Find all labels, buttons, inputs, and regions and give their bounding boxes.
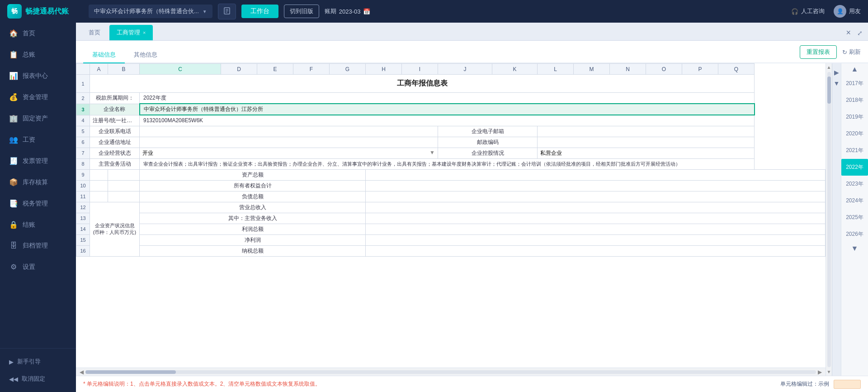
window-expand-button[interactable]: ⤢	[857, 29, 863, 37]
refresh-button[interactable]: ↻ 刷新	[842, 48, 861, 56]
year-scroll-down[interactable]: ▼	[841, 243, 868, 254]
year-item-2017[interactable]: 2017年	[841, 75, 868, 92]
tab-business-label: 工商管理	[117, 29, 140, 37]
sidebar-newbie[interactable]: ▶ 新手引导	[0, 353, 76, 370]
year-item-2025[interactable]: 2025年	[841, 209, 868, 226]
cell-5-phone[interactable]	[140, 126, 438, 137]
tab-close-icon[interactable]: ×	[143, 30, 146, 35]
year-item-2022[interactable]: 2022年	[841, 159, 868, 176]
col-header-l[interactable]: L	[538, 64, 574, 75]
app-logo: 畅 畅捷通易代账	[7, 4, 83, 19]
col-header-b[interactable]: B	[108, 64, 140, 75]
sidebar-item-archive[interactable]: 🗄 归档管理	[0, 235, 76, 256]
col-header-d[interactable]: D	[221, 64, 257, 75]
consult-button[interactable]: 🎧 人工咨询	[791, 7, 825, 15]
sidebar-item-fund[interactable]: 💰 资金管理	[0, 86, 76, 108]
sidebar-item-settings[interactable]: ⚙ 设置	[0, 256, 76, 277]
col-header-n[interactable]: N	[610, 64, 646, 75]
cell-2-value[interactable]: 2022年度	[140, 93, 755, 104]
col-header-f[interactable]: F	[293, 64, 330, 75]
calendar-icon[interactable]: 📅	[363, 8, 370, 15]
cell-13-value[interactable]	[366, 213, 826, 224]
workbench-button[interactable]: 工作台	[241, 5, 278, 18]
sidebar-item-wage[interactable]: 👥 工资	[0, 129, 76, 150]
cell-3-value[interactable]: 中审众环会计师事务所（特殊普通合伙）江苏分所	[140, 104, 755, 115]
user-menu[interactable]: 👤 用友	[834, 5, 861, 18]
cell-6-post[interactable]	[538, 137, 755, 148]
sidebar-item-inventory[interactable]: 📦 库存核算	[0, 172, 76, 193]
col-header-k[interactable]: K	[492, 64, 538, 75]
cell-5-email[interactable]	[538, 126, 755, 137]
year-item-2024[interactable]: 2024年	[841, 192, 868, 209]
cell-7-status[interactable]: 开业 ▼	[140, 148, 438, 158]
collapse-right-button[interactable]: ▶	[834, 67, 839, 78]
scroll-left-button[interactable]: ◀	[78, 369, 85, 375]
scroll-right-button[interactable]: ▶	[816, 369, 824, 375]
year-item-2019[interactable]: 2019年	[841, 109, 868, 125]
cell-7-control-value[interactable]: 私营企业	[538, 148, 755, 158]
footer: * 单元格编辑说明：1、点击单元格直接录入数值或文本。2、清空单元格数值或文本恢…	[76, 376, 868, 392]
cell-10-value[interactable]	[366, 180, 826, 191]
sidebar-item-ledger[interactable]: 📋 总账	[0, 44, 76, 65]
year-item-2026[interactable]: 2026年	[841, 226, 868, 243]
vertical-scrollbar[interactable]: ▲ ▼	[826, 63, 832, 376]
scroll-down-button[interactable]: ▼	[826, 368, 832, 376]
subtab-other[interactable]: 其他信息	[125, 47, 166, 63]
cell-11-value[interactable]	[366, 191, 826, 202]
cell-6-label: 企业通信地址	[90, 137, 140, 148]
v-scroll-track[interactable]	[827, 72, 831, 367]
col-header-c[interactable]: C	[140, 64, 221, 75]
cell-3-label: 企业名称	[90, 104, 140, 115]
horizontal-scrollbar[interactable]: ◀ ▶	[76, 368, 826, 376]
document-button[interactable]	[218, 4, 236, 19]
tab-home[interactable]: 首页	[81, 25, 108, 40]
sheet-scroll-area[interactable]: A B C D E F G H I J	[76, 63, 826, 368]
fund-icon: 💰	[9, 93, 18, 101]
col-header-i[interactable]: I	[402, 64, 438, 75]
col-header-m[interactable]: M	[574, 64, 610, 75]
subtab-basic[interactable]: 基础信息	[83, 47, 125, 63]
col-header-e[interactable]: E	[257, 64, 293, 75]
company-selector[interactable]: 中审众环会计师事务所（特殊普通合伙... ▼	[89, 5, 212, 18]
sidebar-item-invoice[interactable]: 🧾 发票管理	[0, 150, 76, 172]
scroll-track[interactable]	[85, 370, 816, 374]
col-header-p[interactable]: P	[682, 64, 718, 75]
row-num: 2	[76, 93, 90, 104]
window-close-button[interactable]: ×	[846, 28, 851, 38]
scroll-up-button[interactable]: ▲	[826, 63, 832, 71]
year-item-2021[interactable]: 2021年	[841, 142, 868, 159]
sidebar-item-tax[interactable]: 📑 税务管理	[0, 193, 76, 214]
cell-9-value[interactable]	[366, 169, 826, 180]
reset-button[interactable]: 重置报表	[800, 45, 837, 59]
sidebar-unpin[interactable]: ◀◀ 取消固定	[0, 370, 76, 387]
sidebar-item-asset[interactable]: 🏢 固定资产	[0, 108, 76, 129]
col-header-q[interactable]: Q	[718, 64, 755, 75]
cell-4-value[interactable]: 91320100MA208E5W6K	[140, 115, 755, 126]
sidebar-label-close: 结账	[23, 221, 35, 229]
cell-15-value[interactable]	[366, 234, 826, 245]
col-header-o[interactable]: O	[646, 64, 682, 75]
col-header-j[interactable]: J	[438, 64, 492, 75]
sidebar-item-close[interactable]: 🔒 结账	[0, 214, 76, 235]
cell-12-value[interactable]	[366, 202, 826, 213]
year-item-2023[interactable]: 2023年	[841, 176, 868, 192]
row-num: 15	[76, 234, 90, 245]
year-item-2020[interactable]: 2020年	[841, 125, 868, 142]
old-version-button[interactable]: 切到旧版	[284, 5, 319, 18]
row-num: 7	[76, 148, 90, 158]
col-header-a[interactable]: A	[90, 64, 108, 75]
sidebar-label-tax: 税务管理	[23, 200, 48, 208]
cell-14-value[interactable]	[366, 224, 826, 234]
sidebar-item-report[interactable]: 📊 报表中心	[0, 65, 76, 86]
year-item-2018[interactable]: 2018年	[841, 92, 868, 109]
tab-business[interactable]: 工商管理 ×	[109, 25, 153, 40]
cell-6-addr[interactable]	[140, 137, 438, 148]
home-icon: 🏠	[9, 29, 18, 38]
sidebar-item-home[interactable]: 🏠 首页	[0, 23, 76, 44]
col-header-g[interactable]: G	[330, 64, 366, 75]
expand-right-button[interactable]: ▼	[834, 78, 840, 89]
year-scroll-up[interactable]: ▲	[841, 63, 868, 75]
cell-8-value[interactable]: 审查企业会计报表；出具审计报告；验证企业资本；出具验资报告；办理企业合并、分立、…	[140, 158, 755, 169]
col-header-h[interactable]: H	[366, 64, 402, 75]
cell-16-value[interactable]	[366, 245, 826, 256]
